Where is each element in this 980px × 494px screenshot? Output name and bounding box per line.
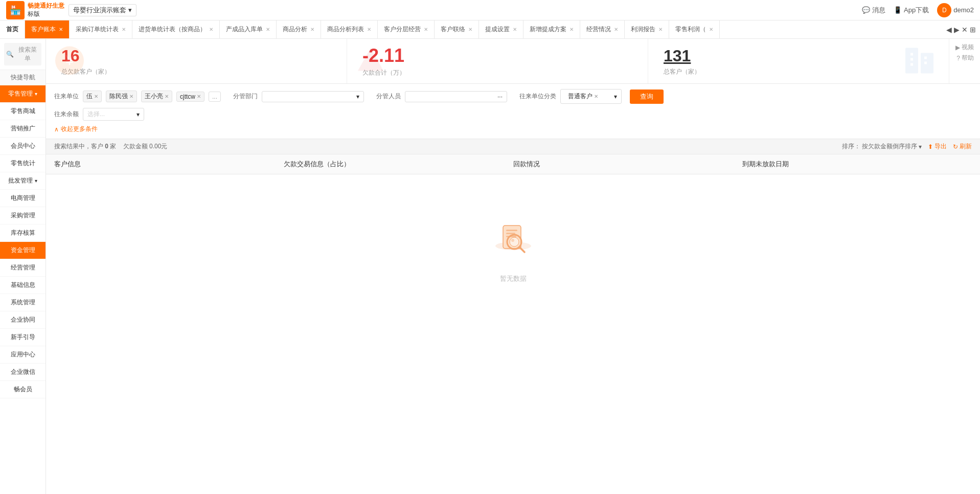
tab-production[interactable]: 产成品入库单 ✕ (220, 20, 277, 39)
filter-more-button[interactable]: ... (209, 92, 221, 102)
close-icon[interactable]: ✕ (209, 27, 213, 32)
collapse-label: 收起更多条件 (61, 125, 98, 133)
tab-customer-account[interactable]: 客户账本 ✕ (25, 20, 70, 39)
close-icon[interactable]: ✕ (569, 27, 574, 32)
operations-mgmt-label: 经营管理 (11, 264, 35, 271)
tab-home[interactable]: 首页 (0, 20, 25, 39)
close-icon[interactable]: ✕ (614, 27, 618, 32)
close-icon[interactable]: ✕ (310, 27, 314, 32)
export-button[interactable]: ⬆ 导出 (928, 142, 947, 151)
tab-add-commission[interactable]: 新增提成方案 ✕ (523, 20, 580, 39)
chevron-icon: ▾ (35, 178, 37, 184)
chevron-down-icon: ▾ (919, 143, 922, 150)
collapse-button[interactable]: ∧ 收起更多条件 (54, 125, 972, 133)
tab-customer-contact[interactable]: 客户联络 ✕ (435, 20, 479, 39)
sidebar-item-finance[interactable]: 资金管理 (0, 242, 45, 259)
close-icon[interactable]: ✕ (367, 27, 371, 32)
empty-text: 暂无数据 (500, 274, 527, 283)
nav-expand-icon[interactable]: ⊞ (970, 26, 976, 34)
remove-tag-icon[interactable]: ✕ (197, 94, 201, 99)
store-selector[interactable]: 母婴行业演示账套 ▾ (69, 4, 136, 16)
content-area: ¥ 16 总欠款客户（家） -2.11 欠款合计（万） (46, 39, 980, 494)
nav-prev-icon[interactable]: ◀ (946, 26, 952, 34)
remove-tag-icon[interactable]: ✕ (129, 94, 133, 99)
tab-profit-report[interactable]: 利润报告 ✕ (625, 20, 669, 39)
remove-tag-icon[interactable]: ✕ (165, 94, 169, 99)
tab-label: 提成设置 (485, 25, 510, 34)
chevron-icon: ▾ (35, 91, 37, 97)
close-icon[interactable]: ✕ (122, 27, 126, 32)
sidebar-item-retail-stats[interactable]: 零售统计 (0, 155, 45, 172)
tab-product-analysis[interactable]: 商品分析 ✕ (277, 20, 321, 39)
sidebar-item-quick-nav[interactable]: 快捷导航 (0, 70, 45, 85)
topbar: 🏪 畅捷通好生意 标版 母婴行业演示账套 ▾ 💬 消息 📱 App下载 D de… (0, 0, 980, 20)
sidebar-item-purchase[interactable]: 采购管理 (0, 207, 45, 224)
quick-nav-label: 快捷导航 (11, 74, 35, 81)
sidebar-item-newbie[interactable]: 新手引导 (0, 329, 45, 346)
sort-select[interactable]: 排序： 按欠款金额倒序排序 ▾ (842, 142, 922, 151)
nav-next-icon[interactable]: ▶ (954, 26, 960, 34)
balance-filter-label: 往来余额 (54, 110, 79, 119)
sidebar-item-basic-info[interactable]: 基础信息 (0, 277, 45, 294)
sidebar-item-system[interactable]: 系统管理 (0, 294, 45, 311)
close-icon[interactable]: ✕ (59, 27, 63, 32)
app-download-button[interactable]: 📱 App下载 (894, 6, 929, 15)
sidebar-item-member-center[interactable]: 会员中心 (0, 138, 45, 155)
sidebar-item-operations-mgmt[interactable]: 经营管理 (0, 259, 45, 277)
filter-tag-unit1[interactable]: 伍 ✕ (83, 91, 102, 102)
tab-label: 产成品入库单 (226, 25, 263, 34)
close-icon[interactable]: ✕ (468, 27, 472, 32)
close-icon[interactable]: ✕ (424, 27, 428, 32)
tab-inbound-stats[interactable]: 进货单统计表（按商品） ✕ (132, 20, 220, 39)
help-button[interactable]: ? 帮助 (956, 54, 974, 62)
tab-retail-profit[interactable]: 零售利润（ ✕ (669, 20, 720, 39)
search-menu-button[interactable]: 🔍 搜索菜单 (4, 43, 41, 65)
sidebar-item-retail-mall[interactable]: 零售商城 (0, 103, 45, 120)
sidebar-item-member[interactable]: 畅会员 (0, 381, 45, 398)
app-center-label: 应用中心 (11, 351, 35, 358)
close-icon[interactable]: ✕ (266, 27, 270, 32)
close-icon[interactable]: ✕ (709, 27, 713, 32)
tab-customer-layered[interactable]: 客户分层经营 ✕ (378, 20, 435, 39)
tab-label: 零售利润（ (675, 25, 706, 34)
filter-tag-unit4[interactable]: cjttcw ✕ (176, 92, 204, 102)
tab-purchase-stats[interactable]: 采购订单统计表 ✕ (70, 20, 132, 39)
filter-tag-unit2[interactable]: 陈民强 ✕ (106, 91, 137, 102)
sidebar-item-marketing[interactable]: 营销推广 (0, 120, 45, 138)
query-button[interactable]: 查询 (630, 89, 664, 104)
refresh-button[interactable]: ↻ 刷新 (953, 142, 972, 151)
sidebar-item-retail-management[interactable]: 零售管理 ▾ (0, 85, 45, 103)
sidebar-item-app-center[interactable]: 应用中心 (0, 346, 45, 364)
nav-close-all-icon[interactable]: ✕ (962, 26, 968, 34)
table-area: 客户信息 欠款交易信息（占比） 回款情况 到期未放款日期 (46, 154, 980, 494)
tab-label: 经营情况 (586, 25, 611, 34)
video-help-button[interactable]: ▶ 视频 (955, 43, 974, 52)
home-label: 首页 (6, 25, 18, 34)
remove-tag-icon[interactable]: ✕ (594, 94, 598, 99)
filter-tag-category[interactable]: 普通客户 ✕ (565, 91, 601, 102)
svg-rect-11 (506, 230, 517, 231)
sidebar-item-inventory[interactable]: 库存核算 (0, 224, 45, 242)
sidebar-item-enterprise[interactable]: 企业协同 (0, 311, 45, 329)
filter-tag-unit3[interactable]: 王小亮 ✕ (141, 91, 172, 102)
sidebar-item-wholesale[interactable]: 批发管理 ▾ (0, 172, 45, 190)
user-menu[interactable]: D demo2 (937, 3, 974, 17)
tab-operations[interactable]: 经营情况 ✕ (580, 20, 625, 39)
tab-commission-settings[interactable]: 提成设置 ✕ (479, 20, 523, 39)
wholesale-label: 批发管理 (8, 177, 33, 184)
col-header-repayment: 回款情况 (513, 160, 743, 169)
close-icon[interactable]: ✕ (513, 27, 517, 32)
sidebar-item-ecommerce[interactable]: 电商管理 (0, 190, 45, 207)
sidebar-item-wechat[interactable]: 企业微信 (0, 364, 45, 381)
dept-select[interactable]: ▾ (262, 91, 364, 102)
category-select[interactable]: 普通客户 ✕ ▾ (560, 89, 622, 104)
messages-button[interactable]: 💬 消息 (862, 6, 885, 15)
message-icon: 💬 (862, 6, 870, 14)
tab-product-analysis-list[interactable]: 商品分析列表 ✕ (321, 20, 378, 39)
stat-overdue-customers: ¥ 16 总欠款客户（家） (46, 39, 347, 83)
col-header-due-date: 到期未放款日期 (742, 160, 972, 169)
close-icon[interactable]: ✕ (658, 27, 663, 32)
remove-tag-icon[interactable]: ✕ (94, 94, 98, 99)
balance-select[interactable]: 选择... ▾ (83, 108, 144, 121)
person-select[interactable]: ··· (405, 91, 507, 102)
